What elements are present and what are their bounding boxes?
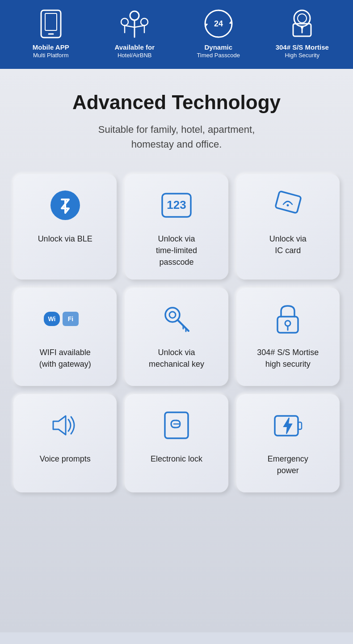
svg-point-29 (169, 312, 176, 318)
svg-point-15 (298, 14, 307, 23)
header-item-dynamic: 24 Dynamic Timed Passcode (176, 8, 261, 59)
mortise-security-icon (270, 301, 306, 337)
svg-line-8 (134, 25, 144, 27)
voice-icon (47, 407, 83, 443)
dynamic-icon: 24 (203, 8, 234, 39)
svg-text:Fi: Fi (67, 315, 73, 322)
mechanical-key-icon (159, 301, 194, 337)
svg-point-18 (301, 26, 303, 29)
card-ble: Unlock via BLE (13, 174, 117, 280)
card-ic-card: Unlock viaIC card (236, 174, 340, 280)
svg-rect-1 (45, 13, 57, 30)
svg-text:24: 24 (214, 19, 223, 28)
header-title-mortise: 304# S/S Mortise (276, 43, 329, 52)
card-label-voice: Voice prompts (40, 453, 91, 465)
card-wifi: Wi Fi WIFI available(with gateway) (13, 288, 117, 386)
header-item-mobile-app: Mobile APP Multi Platform (9, 8, 93, 59)
card-mechanical-key: Unlock viamechanical key (125, 288, 228, 386)
svg-marker-41 (284, 418, 292, 434)
card-mortise-security: 304# S/S Mortisehigh security (236, 288, 340, 386)
card-voice: Voice prompts (13, 394, 117, 492)
section-title: Advanced Technology (13, 91, 340, 114)
main-section: Advanced Technology Suitable for family,… (0, 69, 353, 632)
feature-grid: Unlock via BLE 123 Unlock viatime-limite… (13, 174, 340, 492)
mortise-icon (286, 8, 318, 39)
emergency-power-icon (270, 407, 306, 443)
svg-point-23 (287, 204, 289, 206)
header-title-dynamic: Dynamic (204, 43, 232, 52)
hotel-icon (119, 8, 150, 39)
card-label-ble: Unlock via BLE (38, 233, 92, 245)
svg-point-4 (121, 18, 128, 25)
card-electronic-lock: Electronic lock (125, 394, 228, 492)
svg-text:Wi: Wi (48, 315, 55, 322)
passcode-icon: 123 (159, 187, 194, 223)
ble-icon (47, 187, 83, 223)
svg-rect-22 (275, 191, 301, 213)
card-label-ic-card: Unlock viaIC card (269, 233, 307, 256)
header-subtitle-hotel: Hotel/AirBNB (118, 52, 152, 59)
svg-text:123: 123 (167, 198, 186, 212)
card-emergency-power: Emergencypower (236, 394, 340, 492)
svg-rect-37 (165, 412, 188, 438)
card-label-electronic-lock: Electronic lock (151, 453, 202, 465)
card-label-wifi: WIFI available(with gateway) (39, 347, 91, 370)
svg-point-3 (130, 11, 139, 20)
header: Mobile APP Multi Platform Available for … (0, 0, 353, 69)
header-subtitle-mortise: High Security (285, 52, 319, 59)
ic-card-icon (270, 187, 306, 223)
header-item-mortise: 304# S/S Mortise High Security (261, 8, 345, 59)
card-passcode: 123 Unlock viatime-limitedpasscode (125, 174, 228, 280)
card-label-mortise-security: 304# S/S Mortisehigh security (257, 347, 319, 370)
header-title-mobile-app: Mobile APP (33, 43, 69, 52)
svg-line-7 (125, 25, 134, 27)
header-item-hotel: Available for Hotel/AirBNB (93, 8, 177, 59)
header-title-hotel: Available for (115, 43, 155, 52)
svg-marker-36 (53, 416, 66, 435)
card-label-mechanical-key: Unlock viamechanical key (149, 347, 204, 370)
wifi-icon: Wi Fi (47, 301, 83, 337)
svg-point-34 (285, 321, 290, 326)
header-subtitle-dynamic: Timed Passcode (197, 52, 240, 59)
svg-rect-40 (298, 422, 302, 429)
header-subtitle-mobile-app: Multi Platform (33, 52, 68, 59)
card-label-passcode: Unlock viatime-limitedpasscode (156, 233, 197, 268)
svg-point-5 (141, 18, 148, 25)
section-subtitle: Suitable for family, hotel, apartment,ho… (13, 122, 340, 152)
mobile-app-icon (35, 8, 67, 39)
card-label-emergency-power: Emergencypower (268, 453, 308, 476)
electronic-lock-icon (159, 407, 194, 443)
